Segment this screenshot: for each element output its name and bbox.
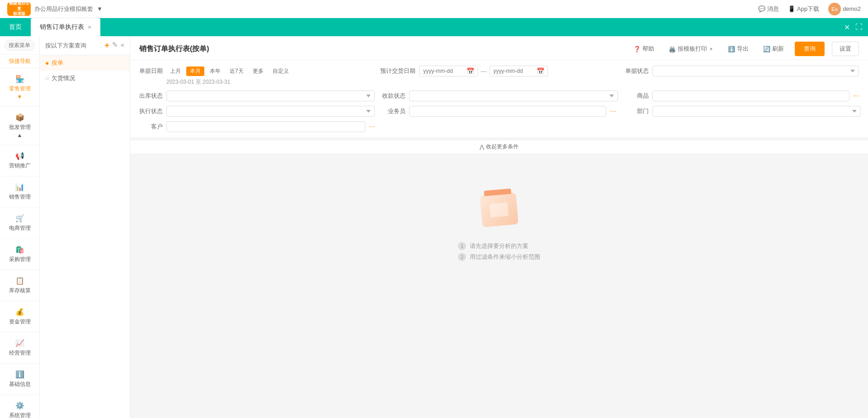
panel-item-anpress[interactable]: ● 按单 bbox=[40, 55, 130, 71]
refresh-icon: 🔄 bbox=[763, 46, 770, 52]
print-button[interactable]: 🖨️ 按模板打印 ▼ bbox=[665, 43, 717, 55]
outstock-input-area bbox=[166, 90, 375, 101]
date-tab-year[interactable]: 本年 bbox=[206, 66, 224, 76]
username-label: demo2 bbox=[843, 5, 861, 12]
company-dropdown[interactable]: ▼ bbox=[97, 5, 103, 12]
customer-dots[interactable]: ··· bbox=[367, 123, 377, 131]
avatar-text: Ea bbox=[832, 6, 838, 12]
purchase-label: 采购管理 bbox=[9, 256, 31, 263]
debt-label: 欠货情况 bbox=[52, 74, 75, 82]
window-maximize-button[interactable]: ⛶ bbox=[855, 23, 863, 31]
panel-collapse-button[interactable]: « bbox=[121, 41, 124, 50]
help-button[interactable]: ❓ 帮助 bbox=[630, 43, 658, 55]
sidebar-item-finance[interactable]: 💰 资金管理 bbox=[0, 301, 39, 332]
status-select[interactable]: 草稿 审核中 已审核 bbox=[652, 66, 859, 76]
filter-outstock-cell: 出库状态 bbox=[137, 90, 375, 101]
left-panel: 按以下方案查询 + ✎ « ● 按单 ○ 欠货情况 bbox=[40, 36, 130, 418]
date-range-display: 2023-03-01 至 2023-03-31 bbox=[137, 78, 861, 86]
sales-icon: 📊 bbox=[15, 183, 24, 191]
filter-section: 单据日期 上月 本月 本年 近7天 更多 自定义 bbox=[130, 60, 868, 138]
goods-dots[interactable]: ··· bbox=[851, 92, 861, 100]
collapse-more-button[interactable]: ⋀ 收起更多条件 bbox=[130, 140, 868, 153]
execstatus-select[interactable] bbox=[166, 106, 375, 117]
date-separator: — bbox=[481, 68, 486, 75]
sidebar-item-purchase[interactable]: 🛍️ 采购管理 bbox=[0, 239, 39, 270]
tab-sales-order[interactable]: 销售订单执行表 × bbox=[31, 18, 100, 36]
sales-label: 销售管理 bbox=[9, 193, 31, 201]
panel-header-actions: + ✎ « bbox=[104, 41, 124, 50]
tab-home[interactable]: 首页 bbox=[0, 18, 31, 36]
salesperson-input[interactable] bbox=[409, 106, 606, 117]
date-tab-last7[interactable]: 近7天 bbox=[226, 66, 247, 76]
sidebar-item-marketing[interactable]: 📢 营销推广 bbox=[0, 145, 39, 176]
customer-label: 客户 bbox=[137, 123, 163, 131]
page-header: 销售订单执行表(按单) ❓ 帮助 🖨️ 按模板打印 ▼ ⬇️ 导出 🔄 刷新 bbox=[130, 36, 868, 60]
goods-input[interactable] bbox=[652, 90, 849, 101]
query-button[interactable]: 查询 bbox=[795, 42, 825, 56]
sidebar-item-system[interactable]: ⚙️ 系统管理 bbox=[0, 395, 39, 418]
customer-input[interactable] bbox=[166, 121, 365, 132]
panel-edit-button[interactable]: ✎ bbox=[112, 41, 118, 50]
date-tab-prev[interactable]: 上月 bbox=[166, 66, 184, 76]
sidebar-quick-nav[interactable]: 快捷导航 bbox=[0, 55, 39, 68]
app-download-label: App下载 bbox=[797, 5, 819, 13]
search-input[interactable] bbox=[5, 40, 35, 51]
execstatus-label: 执行状态 bbox=[137, 107, 163, 115]
refresh-button[interactable]: 🔄 刷新 bbox=[760, 43, 788, 55]
filter-row-4: 客户 ··· bbox=[137, 121, 861, 132]
department-select[interactable] bbox=[652, 106, 861, 117]
inventory-label: 库存核算 bbox=[9, 287, 31, 294]
system-icon: ⚙️ bbox=[15, 401, 24, 410]
filter-customer-cell: 客户 ··· bbox=[137, 121, 377, 132]
sidebar-item-inventory[interactable]: 📋 库存核算 bbox=[0, 270, 39, 301]
date-tab-current[interactable]: 本月 bbox=[186, 66, 204, 76]
customer-input-area: ··· bbox=[166, 121, 377, 132]
sidebar-item-operations[interactable]: 📈 经营管理 bbox=[0, 332, 39, 364]
inventory-icon: 📋 bbox=[15, 276, 24, 285]
salesperson-dots[interactable]: ··· bbox=[608, 107, 618, 115]
basic-icon: ℹ️ bbox=[15, 370, 24, 379]
sidebar-item-sales[interactable]: 📊 销售管理 bbox=[0, 176, 39, 208]
settings-button[interactable]: 设置 bbox=[832, 42, 859, 56]
empty-hint-1: 1 请先选择要分析的方案 bbox=[458, 242, 540, 250]
help-label: 帮助 bbox=[642, 45, 654, 53]
filter-row-3: 执行状态 业务员 ··· bbox=[137, 106, 861, 117]
calendar-to-icon[interactable]: 📅 bbox=[537, 67, 544, 75]
sidebar-item-basic[interactable]: ℹ️ 基础信息 bbox=[0, 364, 39, 395]
calendar-from-icon[interactable]: 📅 bbox=[467, 67, 474, 75]
anpress-icon: ● bbox=[45, 59, 49, 66]
export-icon: ⬇️ bbox=[728, 46, 735, 52]
window-close-button[interactable]: ✕ bbox=[844, 23, 850, 32]
outstock-select[interactable] bbox=[166, 90, 375, 101]
help-icon: ❓ bbox=[633, 46, 641, 52]
user-area[interactable]: Ea demo2 bbox=[828, 3, 861, 15]
message-button[interactable]: 💬 消息 bbox=[758, 5, 779, 13]
filter-receive-cell: 收款状态 bbox=[380, 90, 618, 101]
sidebar-item-ecommerce[interactable]: 🛒 电商管理 bbox=[0, 208, 39, 239]
empty-state: 1 请先选择要分析的方案 2 用过滤条件来缩小分析范围 bbox=[130, 153, 868, 297]
date-tabs: 上月 本月 本年 近7天 更多 自定义 bbox=[166, 66, 292, 76]
tab-close-button[interactable]: × bbox=[88, 24, 91, 31]
date-label: 单据日期 bbox=[137, 67, 163, 75]
panel-title: 按以下方案查询 bbox=[45, 42, 86, 50]
retail-icon: 🏪 bbox=[15, 75, 24, 83]
sidebar-item-wholesale[interactable]: 📦 批发管理 ▲ bbox=[0, 107, 39, 145]
status-label: 单据状态 bbox=[623, 67, 649, 75]
purchase-icon: 🛍️ bbox=[15, 245, 24, 254]
retail-label: 零售管理 bbox=[9, 85, 31, 93]
panel-item-debt[interactable]: ○ 欠货情况 bbox=[40, 71, 130, 86]
date-tab-more[interactable]: 更多 bbox=[249, 66, 267, 76]
app-logo: 畅捷通好生意标准版 bbox=[7, 2, 31, 16]
app-download-button[interactable]: 📱 App下载 bbox=[788, 5, 819, 13]
goods-label: 商品 bbox=[623, 92, 649, 100]
export-button[interactable]: ⬇️ 导出 bbox=[724, 43, 752, 55]
operations-icon: 📈 bbox=[15, 339, 24, 347]
empty-box-inner bbox=[490, 202, 509, 217]
top-bar: 畅捷通好生意标准版 办公用品行业模拟账套 ▼ 💬 消息 📱 App下载 Ea d… bbox=[0, 0, 868, 18]
date-tab-custom[interactable]: 自定义 bbox=[269, 66, 292, 76]
receive-select[interactable] bbox=[409, 90, 618, 101]
system-label: 系统管理 bbox=[9, 412, 31, 418]
sidebar-item-retail[interactable]: 🏪 零售管理 ▼ bbox=[0, 68, 39, 107]
filter-department-cell: 部门 bbox=[623, 106, 861, 117]
panel-add-button[interactable]: + bbox=[104, 41, 109, 50]
